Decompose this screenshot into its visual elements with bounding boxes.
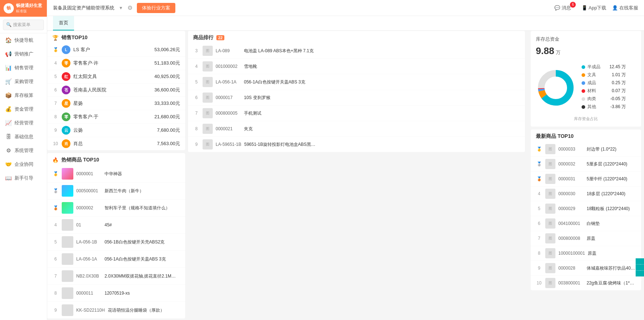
sidebar-item-enterprise[interactable]: 🤝 企业协同	[0, 157, 47, 171]
customer-row[interactable]: 10 肖 肖总 7,563.00元	[47, 137, 185, 150]
hot-product-row[interactable]: 6 LA-056-1A 056-1A白色按键开关盖ABS 3克	[47, 251, 185, 268]
enterprise-icon: 🤝	[5, 161, 12, 168]
new-product-row[interactable]: 4 图 0000030 18多层 (1220*2440)	[531, 186, 641, 201]
legend-dot	[582, 89, 585, 93]
product-thumb: 图	[203, 93, 213, 103]
new-product-row[interactable]: 10 图 003800001 22g鱼豆腐·烧烤味（1*12*20）	[531, 276, 641, 290]
rank-num: 7	[536, 236, 542, 241]
dropdown-arrow-icon[interactable]: ▼	[119, 5, 123, 11]
app-download-button[interactable]: 📱 App下载	[582, 5, 606, 11]
legend-dot	[582, 97, 585, 101]
message-button[interactable]: 💬 消息 6	[554, 5, 576, 11]
rank-icon: 🥇	[536, 147, 542, 152]
product-thumb: 图	[203, 108, 213, 118]
trial-button[interactable]: 体验行业方案	[137, 3, 175, 13]
new-product-row[interactable]: 🥉 图 0000031 5厘中纤 (1220*2440)	[531, 172, 641, 186]
customer-row[interactable]: 4 零 零售客户·许 51,183.00元	[47, 57, 185, 70]
finance-icon: 💰	[5, 106, 12, 112]
new-product-row[interactable]: 6 图 004100001 白钢垫	[531, 216, 641, 231]
hot-product-row[interactable]: 🥇 0000001 中华神器	[47, 165, 185, 182]
new-product-row[interactable]: 5 图 0000029 18颗粒板 (1220*2440)	[531, 201, 641, 216]
customer-row[interactable]: 9 云 云扬 7,680.00元	[47, 124, 185, 137]
customer-row[interactable]: 5 红 红太阳文具 40,925.00元	[47, 70, 185, 83]
product-image	[62, 253, 73, 265]
hot-products-header: 🔥 热销商品 TOP10	[47, 153, 185, 165]
topbar-right: 💬 消息 6 📱 App下载 👤 在线客服	[554, 5, 638, 11]
product-ranking-header: 商品排行 22	[188, 31, 525, 43]
product-thumb: 图	[545, 159, 555, 169]
notification-badge: 6	[570, 2, 576, 8]
customer-row[interactable]: 8 零 零售客户·于 21,680.00元	[47, 110, 185, 124]
sidebar-item-guide[interactable]: 📖 新手引导	[0, 171, 47, 185]
legend-dot	[582, 65, 585, 69]
sidebar-item-operations[interactable]: 📈 经营管理	[0, 116, 47, 130]
hot-product-row[interactable]: 9 KK-SD22110H 花语萌恒温分腿睡袋（厚款）	[47, 302, 185, 319]
content-area: 🏆 销售TOP10 🥇 L LS 客户 53,006.26元 4 零 零售客户·…	[47, 31, 644, 320]
rank-num: 9	[52, 308, 59, 313]
new-product-row[interactable]: 🥈 图 0000032 5厘多层 (1220*2440)	[531, 157, 641, 172]
sidebar-item-sales[interactable]: 📊 销售管理	[0, 61, 47, 75]
legend-dot	[582, 105, 585, 109]
rank-num: 5	[536, 206, 542, 211]
float-buttons: 客服热线 服务社区 直播	[636, 258, 644, 276]
mid-product-row[interactable]: 4 图 001000002 雪地靴	[188, 59, 525, 74]
tab-home[interactable]: 首页	[53, 16, 74, 30]
customer-service-button[interactable]: 客服热线	[636, 258, 644, 264]
customer-row[interactable]: 6 苍 苍南县人民医院 36,600.00元	[47, 83, 185, 97]
left-panel: 🏆 销售TOP10 🥇 L LS 客户 53,006.26元 4 零 零售客户·…	[47, 31, 185, 320]
mid-product-row[interactable]: 3 图 LA-089 电池盖 LA-089 ABS本色+黑种 7.1克	[188, 43, 525, 59]
new-products-header: 最新商品 TOP10	[531, 130, 641, 142]
settings-icon[interactable]: ⚙	[127, 4, 133, 11]
sidebar-item-finance[interactable]: 💰 资金管理	[0, 102, 47, 116]
legend-item: 肉类 -0.05 万	[582, 96, 626, 102]
rank-num: 9	[193, 142, 200, 147]
sidebar-item-home[interactable]: 🏠 快捷导航	[0, 33, 47, 47]
hot-product-row[interactable]: 8 0000011 12070519-xs	[47, 285, 185, 302]
legend-dot	[582, 73, 585, 77]
rank-num: 8	[536, 251, 542, 256]
legend-item: 文具 1.01 万	[582, 72, 626, 78]
product-image	[62, 236, 73, 248]
mid-product-row[interactable]: 9 图 LA-59651-1B 59651-1B旋转投影灯电池盒ABS黑色+58…	[188, 137, 525, 152]
product-thumb: 图	[203, 61, 213, 71]
product-thumb: 图	[545, 263, 555, 273]
customer-row[interactable]: 7 星 星扬 33,333.00元	[47, 97, 185, 110]
mid-product-row[interactable]: 5 图 LA-056-1A 056-1A白色按键开关盖ABS 3克	[188, 74, 525, 90]
product-thumb: 图	[203, 139, 213, 149]
avatar: L	[62, 45, 70, 54]
community-button[interactable]: 服务社区	[636, 264, 644, 271]
sidebar-item-basics[interactable]: 🗄 基础信息	[0, 130, 47, 144]
legend-item: 半成品 12.45 万	[582, 64, 626, 70]
trophy-icon: 🏆	[52, 35, 58, 41]
avatar: 零	[62, 112, 70, 121]
sidebar-item-inventory[interactable]: 📦 库存核算	[0, 89, 47, 102]
sidebar-item-purchase[interactable]: 🛒 采购管理	[0, 75, 47, 89]
inventory-unit: 万	[556, 49, 561, 56]
mid-product-row[interactable]: 6 图 0000017 10S 变刹罗猴	[188, 90, 525, 106]
hot-product-row[interactable]: 5 LA-056-1B 056-1B白色按键开关壳ABS2克	[47, 234, 185, 251]
mid-product-row[interactable]: 7 图 000800005 手机测试	[188, 106, 525, 121]
livestream-button[interactable]: 直播	[636, 271, 644, 276]
hot-product-row[interactable]: 🥈 000500001 新西兰牛肉（新牛）	[47, 182, 185, 200]
inventory-subtitle: 库存资金占比	[536, 116, 636, 122]
hot-product-row[interactable]: 7 NB2.0X30B 2.0X30MM双搓花轴,搓花直径2.1MM/ROHS	[47, 268, 185, 285]
product-image	[62, 168, 73, 180]
sidebar-item-marketing[interactable]: 📢 营销推广	[0, 47, 47, 61]
rank-num: 6	[52, 257, 59, 262]
new-product-row[interactable]: 9 图 0000028 体城嘉枚味苏打饮品400毫升（1*15）	[531, 261, 641, 276]
sidebar-item-system[interactable]: ⚙ 系统管理	[0, 144, 47, 157]
mid-product-row[interactable]: 8 图 0000021 夹克	[188, 121, 525, 137]
rank-num: 8	[52, 291, 59, 296]
sales-icon: 📊	[5, 65, 12, 71]
product-thumb: 图	[203, 124, 213, 134]
main-container: 装备及固定资产辅助管理系统 ▼ ⚙ 体验行业方案 💬 消息 6 📱 App下载 …	[47, 0, 644, 320]
online-service-button[interactable]: 👤 在线客服	[612, 5, 638, 11]
new-product-row[interactable]: 7 图 000800008 原盖	[531, 231, 641, 246]
search-menu-button[interactable]: 🔍 搜索菜单	[3, 20, 44, 30]
hot-product-row[interactable]: 4 01 45#	[47, 217, 185, 234]
new-product-row[interactable]: 🥇 图 0000033 封边带 (1.0*22)	[531, 142, 641, 157]
new-product-row[interactable]: 8 图 10000100001 原盖	[531, 246, 641, 261]
hot-product-row[interactable]: 🥉 0000002 智利车子里（规格不知道填什么）	[47, 200, 185, 217]
customer-row[interactable]: 🥇 L LS 客户 53,006.26元	[47, 43, 185, 57]
product-image	[62, 270, 73, 282]
